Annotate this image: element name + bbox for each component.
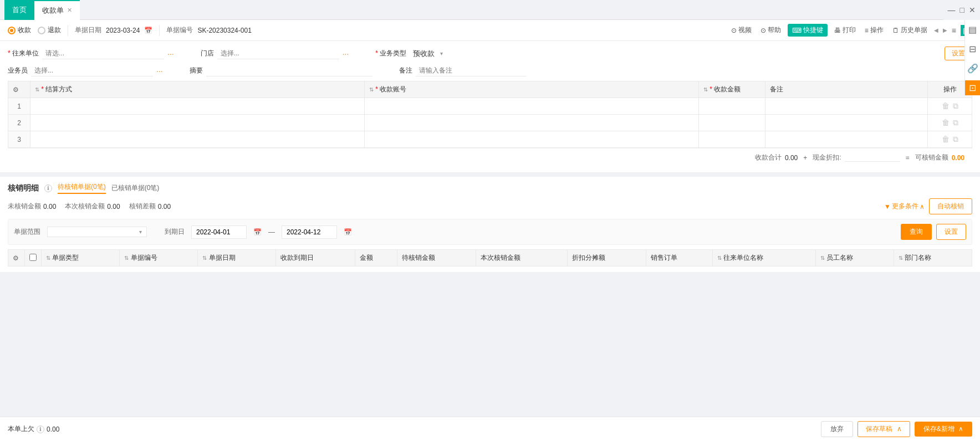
list-view-icon[interactable]: ≡	[952, 26, 956, 35]
more-conditions-btn[interactable]: ▼ 更多条件 ∧	[884, 202, 925, 211]
verification-title: 核销明细	[8, 183, 39, 193]
store-label: 门店	[201, 49, 214, 58]
sort-number[interactable]: ⇅	[124, 255, 129, 261]
row3-copy-icon[interactable]: ⧉	[953, 135, 958, 144]
discount-input[interactable]	[845, 153, 900, 162]
row1-amount[interactable]	[698, 98, 765, 115]
auto-verify-button[interactable]: 自动核销	[929, 198, 972, 214]
tab-receipt-label: 收款单	[42, 6, 64, 16]
row1-account[interactable]	[364, 98, 698, 115]
sidebar-expand-icon[interactable]: ⊡	[965, 80, 980, 95]
store-field: 门店 ···	[201, 48, 349, 59]
col-date: ⇅ 单据日期	[198, 250, 276, 266]
bottom-info-value: 0.00	[47, 425, 59, 433]
salesman-more-icon[interactable]: ···	[156, 66, 163, 75]
save-draft-button[interactable]: 保存草稿 ∧	[858, 421, 910, 437]
col-dept: ⇅ 部门名称	[894, 250, 972, 266]
row2-amount[interactable]	[698, 115, 765, 131]
row2-remark[interactable]	[765, 115, 927, 131]
maximize-button[interactable]: □	[960, 6, 964, 14]
sort-date[interactable]: ⇅	[202, 255, 207, 261]
select-all-checkbox[interactable]	[29, 254, 37, 261]
save-new-chevron[interactable]: ∧	[958, 425, 963, 433]
tab-receipt[interactable]: 收款单 ✕	[34, 0, 80, 20]
remark-input[interactable]	[416, 65, 527, 76]
verification-info-icon[interactable]: ℹ	[44, 184, 52, 192]
save-new-button[interactable]: 保存&新增 ∧	[915, 422, 972, 437]
refund-radio[interactable]: 退款	[38, 25, 61, 35]
row3-delete-icon[interactable]: 🗑	[942, 135, 950, 144]
business-type-chevron[interactable]: ▾	[440, 50, 443, 57]
abandon-button[interactable]: 放弃	[821, 421, 853, 437]
unverified-value: 0.00	[43, 203, 56, 211]
minimize-button[interactable]: —	[948, 6, 956, 14]
sort-icon-settlement[interactable]: ⇅	[35, 86, 39, 93]
sort-partner[interactable]: ⇅	[717, 255, 722, 261]
done-tab[interactable]: 已核销单据(0笔)	[111, 183, 160, 193]
tab-home[interactable]: 首页	[4, 0, 34, 20]
row1-remark[interactable]	[765, 98, 927, 115]
unverified-stat: 未核销金额 0.00	[8, 202, 56, 211]
form-row-2: 业务员 ··· 摘要 备注	[8, 65, 972, 76]
operations-btn[interactable]: ≡ 操作	[862, 24, 886, 36]
salesman-input[interactable]	[31, 65, 153, 76]
video-btn[interactable]: ⊙ 视频	[729, 24, 754, 36]
print-btn[interactable]: 🖶 打印	[832, 24, 858, 36]
sidebar-link-icon[interactable]: 🔗	[965, 61, 981, 76]
next-icon[interactable]: ▶	[943, 27, 947, 33]
counterpart-more-icon[interactable]: ···	[167, 49, 174, 58]
row3-account[interactable]	[364, 131, 698, 148]
required-star: *	[8, 49, 11, 57]
prev-icon[interactable]: ◀	[934, 27, 938, 33]
store-more-icon[interactable]: ···	[343, 49, 349, 58]
sort-staff[interactable]: ⇅	[820, 255, 825, 261]
calendar-icon[interactable]: 📅	[144, 27, 152, 34]
diff-stat: 核销差额 0.00	[129, 202, 171, 211]
store-input[interactable]	[217, 48, 339, 59]
number-value: SK-20230324-001	[197, 27, 251, 34]
query-button[interactable]: 查询	[901, 224, 932, 240]
range-select[interactable]: ▾	[47, 227, 147, 237]
row2-settlement[interactable]	[30, 115, 365, 131]
row2-delete-icon[interactable]: 🗑	[942, 118, 950, 127]
row1-copy-icon[interactable]: ⧉	[953, 101, 958, 111]
remark-field: 备注	[399, 65, 527, 76]
sort-icon-amount[interactable]: ⇅	[703, 86, 708, 93]
diff-label: 核销差额	[129, 202, 156, 211]
sort-icon-account[interactable]: ⇅	[369, 86, 374, 93]
date-to-input[interactable]	[282, 225, 337, 239]
help-btn[interactable]: ⊙ 帮助	[758, 24, 783, 36]
stats-row: 未核销金额 0.00 本次核销金额 0.00 核销差额 0.00 ▼ 更多条件 …	[8, 198, 972, 214]
tab-close-icon[interactable]: ✕	[67, 7, 72, 14]
bottom-table-settings-icon[interactable]: ⚙	[13, 254, 19, 262]
date-from-input[interactable]	[191, 225, 247, 239]
table-settings-icon[interactable]: ⚙	[13, 86, 19, 94]
bottom-settings-button[interactable]: 设置	[936, 224, 966, 240]
summary-input[interactable]	[206, 65, 372, 76]
row3-settlement[interactable]	[30, 131, 365, 148]
row3-remark[interactable]	[765, 131, 927, 148]
chevron-up-icon: ∧	[920, 203, 925, 211]
bottom-info-icon[interactable]: ℹ	[37, 425, 44, 433]
sidebar-table-icon[interactable]: ▤	[966, 22, 979, 37]
row3-amount[interactable]	[698, 131, 765, 148]
close-button[interactable]: ✕	[969, 6, 976, 14]
sort-type[interactable]: ⇅	[46, 255, 50, 261]
calendar-to-icon[interactable]: 📅	[344, 228, 352, 236]
sidebar-list-icon[interactable]: ⊟	[967, 42, 978, 57]
history-btn[interactable]: 🗒 历史单据	[890, 24, 930, 36]
calendar-from-icon[interactable]: 📅	[253, 228, 262, 236]
receipt-radio[interactable]: 收款	[8, 25, 31, 35]
range-label: 单据范围	[14, 227, 40, 237]
counterpart-input[interactable]	[42, 48, 164, 59]
row2-copy-icon[interactable]: ⧉	[953, 118, 958, 127]
pending-tab[interactable]: 待核销单据(0笔)	[58, 182, 106, 194]
row1-settlement[interactable]	[30, 98, 365, 115]
sort-dept[interactable]: ⇅	[899, 255, 903, 261]
save-draft-chevron[interactable]: ∧	[897, 425, 902, 433]
tab-home-label: 首页	[12, 5, 27, 15]
shortcut-btn[interactable]: ⌨ 快捷键	[788, 24, 828, 37]
row2-account[interactable]	[364, 115, 698, 131]
due-date-label: 到期日	[165, 227, 185, 237]
row1-delete-icon[interactable]: 🗑	[942, 101, 950, 111]
